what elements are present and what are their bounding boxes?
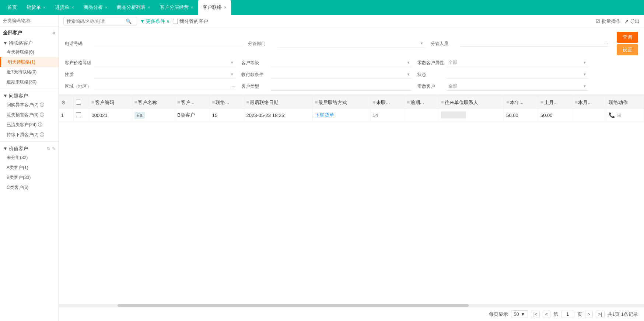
close-purchase-icon[interactable]: × xyxy=(71,5,74,10)
export-icon: ↗ xyxy=(624,18,629,24)
nav-home[interactable]: 首页 xyxy=(3,0,21,15)
retail-customer-select[interactable]: 全部 ▼ xyxy=(447,82,588,91)
col-customer-name: ≡客户名称 xyxy=(132,96,175,109)
my-customers-checkbox[interactable] xyxy=(173,19,178,24)
sidebar-group-problem[interactable]: ▼ 问题客户 xyxy=(0,90,59,100)
nav-sales[interactable]: 销货单 × xyxy=(22,0,50,15)
more-action-icon[interactable]: ⊞ xyxy=(617,112,622,118)
sidebar-item-overdue-contact[interactable]: 逾期未联络(30) xyxy=(0,77,59,87)
close-goods-analysis-icon[interactable]: × xyxy=(105,5,107,10)
filter-row-4: 区域（地区） ··· 客户类型 零散客户 全部 ▼ xyxy=(65,82,638,91)
last-contact-method-link[interactable]: 下销货单 xyxy=(315,112,334,118)
col-checkbox xyxy=(74,96,89,109)
customer-grade-field: 客户等级 ▼ xyxy=(241,58,412,67)
search-icon[interactable]: 🔍 xyxy=(126,18,132,24)
manager-more-icon[interactable]: ··· xyxy=(604,41,608,46)
retail-attribute-chevron-icon: ▼ xyxy=(583,61,587,65)
close-customer-tier-icon[interactable]: × xyxy=(191,5,193,10)
row-checkbox[interactable] xyxy=(76,112,81,117)
footer: 每页显示 50 ▼ |< < 第 页 > >| 共1页 1条记录 xyxy=(59,307,644,321)
col-customer-type: ≡客户... xyxy=(175,96,210,109)
sidebar-item-repurchase-abnormal[interactable]: 回购异常客户(2) ⓘ xyxy=(0,100,59,110)
phone-input[interactable] xyxy=(94,40,242,47)
edit-icon[interactable]: ✎ xyxy=(52,146,56,151)
nav-goods-analysis[interactable]: 商品分析 × xyxy=(79,0,112,15)
sidebar-item-losing-customers[interactable]: 流失预警客户(3) ⓘ xyxy=(0,110,59,120)
per-page-select[interactable]: 50 ▼ xyxy=(511,310,528,318)
sidebar-item-tomorrow-contact[interactable]: 明天待联络(1) xyxy=(0,57,59,67)
first-page-button[interactable]: |< xyxy=(531,311,540,318)
search-input[interactable] xyxy=(67,19,126,24)
customer-type-select[interactable] xyxy=(271,82,412,91)
gender-chevron-icon: ▼ xyxy=(230,72,234,76)
close-customer-contact-icon[interactable]: × xyxy=(224,5,226,10)
cell-customer-code: 000021 xyxy=(89,109,132,121)
more-conditions-button[interactable]: ▼ 更多条件 ∧ xyxy=(140,18,170,25)
page-number-input[interactable] xyxy=(561,311,574,318)
price-grade-select[interactable]: ▼ xyxy=(94,58,235,67)
close-goods-analysis-table-icon[interactable]: × xyxy=(148,5,150,10)
my-customers-checkbox-area[interactable]: 我分管的客户 xyxy=(173,18,208,25)
customer-name-tag: Ea xyxy=(134,112,145,119)
sidebar-group-value[interactable]: ▼ 价值客户 ↻ ✎ xyxy=(0,143,59,153)
cell-contact-person xyxy=(439,109,504,121)
close-sales-icon[interactable]: × xyxy=(43,5,45,10)
customer-grade-select[interactable]: ▼ xyxy=(271,58,412,67)
batch-operation-button[interactable]: ☑ 批量操作 xyxy=(596,18,621,25)
filter-row-1: 电话号码 分管部门 ▼ 分管人员 ··· 查询 xyxy=(65,32,638,55)
refresh-icon[interactable]: ↻ xyxy=(47,146,50,151)
phone-action-icon[interactable]: 📞 xyxy=(609,112,615,118)
col-uncontacted: ≡未联... xyxy=(370,96,405,109)
gear-settings-icon[interactable]: ⚙ xyxy=(61,100,66,106)
action-icons-group: 📞 ⊞ xyxy=(609,112,641,118)
export-button[interactable]: ↗ 导出 xyxy=(624,18,640,25)
cell-last-contact-method: 下销货单 xyxy=(312,109,370,121)
cell-overdue xyxy=(405,109,439,121)
sidebar-item-class-a[interactable]: A类客户(1) xyxy=(0,163,59,173)
sidebar-item-today-contact[interactable]: 今天待联络(0) xyxy=(0,47,59,57)
nav-goods-analysis-table[interactable]: 商品分析列表 × xyxy=(112,0,154,15)
col-last-month: ≡上月... xyxy=(538,96,573,109)
reset-button[interactable]: 设置 xyxy=(617,44,638,55)
region-more-icon[interactable]: ··· xyxy=(232,84,235,89)
chevron-up-icon: ∧ xyxy=(166,18,170,24)
query-button[interactable]: 查询 xyxy=(617,32,638,43)
sidebar-item-class-b[interactable]: B类客户(33) xyxy=(0,173,59,183)
table-header-row: ⚙ ≡客户编码 ≡客户名称 ≡客户... ≡联络... ≡最后联络日期 ≡最后联… xyxy=(59,96,644,109)
sidebar-search-input[interactable] xyxy=(3,18,58,23)
status-select[interactable]: ▼ xyxy=(447,70,588,79)
horizontal-scrollbar[interactable] xyxy=(59,304,644,307)
prev-page-button[interactable]: < xyxy=(543,311,550,318)
status-field: 状态 ▼ xyxy=(417,70,588,79)
cell-customer-type: B类客户 xyxy=(175,109,210,121)
nav-purchase[interactable]: 进货单 × xyxy=(50,0,78,15)
sidebar-item-ungrouped[interactable]: 未分组(32) xyxy=(0,153,59,163)
cell-uncontacted: 14 xyxy=(370,109,405,121)
next-page-button[interactable]: > xyxy=(585,311,593,318)
retail-customer-chevron-icon: ▼ xyxy=(583,84,587,88)
select-all-checkbox[interactable] xyxy=(76,100,81,105)
nav-customer-tier[interactable]: 客户分层经营 × xyxy=(155,0,197,15)
gender-select[interactable]: ▼ xyxy=(94,70,235,79)
sidebar-item-week-contact[interactable]: 近7天待联络(0) xyxy=(0,67,59,77)
cell-last-contact-date: 2023-05-23 18:25: xyxy=(244,109,312,121)
query-btn-group: 查询 设置 xyxy=(617,32,638,55)
advanced-filter: 电话号码 分管部门 ▼ 分管人员 ··· 查询 xyxy=(59,28,644,95)
sidebar-item-continuous-down[interactable]: 持续下滑客户(2) ⓘ xyxy=(0,130,59,140)
all-customers-header[interactable]: 全部客户 « xyxy=(0,27,59,38)
department-field: 分管部门 ▼ xyxy=(248,39,425,48)
data-table: ⚙ ≡客户编码 ≡客户名称 ≡客户... ≡联络... ≡最后联络日期 ≡最后联… xyxy=(59,96,644,121)
filter-icon: ▼ xyxy=(140,18,145,24)
nav-customer-contact[interactable]: 客户联络 × xyxy=(198,0,231,15)
last-page-button[interactable]: >| xyxy=(596,311,605,318)
payment-terms-select[interactable]: ▼ xyxy=(271,70,412,79)
scrollbar-thumb[interactable] xyxy=(118,304,469,307)
retail-attribute-field: 零散客户属性 全部 ▼ xyxy=(417,58,588,67)
sidebar-group-pending[interactable]: ▼ 待联络客户 xyxy=(0,38,59,47)
status-chevron-icon: ▼ xyxy=(583,72,587,76)
collapse-icon[interactable]: « xyxy=(52,30,56,36)
sidebar-item-class-c[interactable]: C类客户(6) xyxy=(0,183,59,193)
sidebar-item-lost-customers[interactable]: 已流失客户(24) ⓘ xyxy=(0,120,59,130)
retail-attribute-select[interactable]: 全部 ▼ xyxy=(447,58,588,67)
department-select[interactable]: ▼ xyxy=(277,39,425,48)
